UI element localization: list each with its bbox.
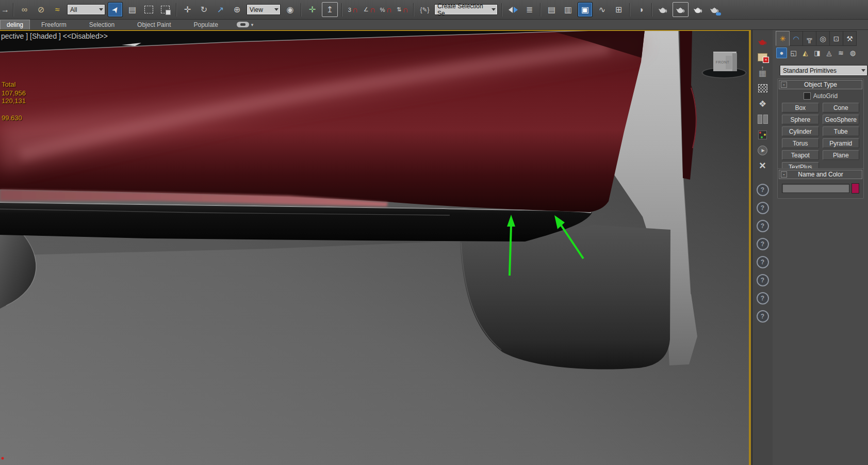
rectangular-selection-region-icon[interactable] [142, 3, 156, 17]
tab-utilities-icon[interactable]: ⚒ [843, 31, 857, 46]
keyboard-shortcut-override-icon[interactable]: ↥ [322, 2, 338, 17]
layers-move-icon[interactable]: ❖ [755, 96, 771, 111]
help-icon[interactable]: ? [757, 202, 769, 214]
viewport-label[interactable]: pective ] [Shaded ] <<Disabled>> [1, 32, 108, 40]
window-crossing-toggle-icon[interactable] [158, 3, 172, 17]
help-icon[interactable]: ? [757, 238, 769, 250]
cylinder-button[interactable]: Cylinder [782, 126, 819, 136]
toggle-ribbon-icon[interactable]: ▣ [578, 2, 593, 17]
ribbon-tab-freeform[interactable]: Freeform [30, 20, 78, 29]
help-icon[interactable]: ? [757, 256, 769, 268]
schematic-view-icon[interactable]: ⊞ [612, 3, 626, 17]
unlink-selection-icon[interactable]: ⊘ [34, 3, 48, 17]
delete-box-icon[interactable]: × [755, 50, 771, 65]
toggle-scene-explorer-icon[interactable]: ▤ [545, 3, 559, 17]
select-and-move-icon[interactable]: ✛ [181, 3, 194, 17]
checker-region-icon[interactable] [755, 81, 771, 96]
close-x-icon[interactable]: × [755, 158, 771, 173]
snaps-toggle-3d-icon[interactable]: 3∩ [346, 3, 360, 17]
render-teapot-icon[interactable] [755, 34, 771, 50]
rollout-title: Name and Color [798, 171, 843, 178]
category-systems-icon[interactable]: ◍ [847, 47, 858, 58]
ribbon-tab-modeling[interactable]: deling [0, 20, 30, 29]
use-pivot-point-center-icon[interactable]: ◉ [283, 3, 297, 17]
name-color-rollout-header[interactable]: - Name and Color [779, 170, 862, 179]
ribbon-tab-populate[interactable]: Populate [182, 20, 229, 29]
geosphere-button[interactable]: GeoSphere [823, 115, 860, 124]
render-in-cloud-icon[interactable] [708, 3, 722, 17]
tab-modify-icon[interactable]: ◠ [790, 31, 803, 46]
split-panels-icon[interactable] [755, 111, 771, 127]
category-helpers-icon[interactable]: ◬ [824, 47, 834, 58]
plane-button[interactable]: Plane [823, 150, 860, 160]
select-and-scale-icon[interactable]: ↗ [214, 3, 227, 17]
torus-button[interactable]: Torus [782, 138, 819, 148]
curve-editor-icon[interactable]: ∿ [595, 3, 609, 17]
select-and-link-icon[interactable]: ∞ [18, 3, 31, 17]
category-geometry-icon[interactable]: ● [776, 47, 787, 58]
toggle-layer-explorer-icon[interactable]: ▥ [561, 3, 575, 17]
mirror-icon[interactable] [506, 3, 520, 17]
percent-snap-toggle-icon[interactable]: %∩ [379, 3, 393, 17]
category-shapes-icon[interactable]: ◱ [788, 47, 799, 58]
autogrid-label: AutoGrid [813, 92, 838, 100]
material-editor-icon[interactable]: ◑ [634, 3, 648, 17]
autogrid-checkbox[interactable] [804, 92, 811, 100]
select-by-name-icon[interactable]: ▤ [125, 3, 139, 17]
tab-hierarchy-icon[interactable]: ╦ [803, 31, 816, 46]
category-spacewarps-icon[interactable]: ≋ [836, 47, 846, 58]
teapot-button[interactable]: Teapot [782, 150, 819, 160]
object-name-field[interactable] [782, 184, 849, 193]
named-selection-sets-dropdown[interactable]: Create Selection Se [434, 4, 498, 15]
primitive-buttons: Box Cone Sphere GeoSphere Cylinder Tube … [778, 102, 863, 176]
perspective-viewport[interactable]: FRONT [0, 30, 751, 465]
create-categories: ● ◱ ◭ ◨ ◬ ≋ ◍ [776, 47, 858, 58]
tab-create-icon[interactable]: ✳ [776, 31, 790, 46]
select-object-button[interactable]: ➤ [108, 2, 123, 17]
select-and-place-icon[interactable]: ⊕ [230, 3, 244, 17]
help-icon[interactable]: ? [757, 274, 769, 286]
rendered-frame-window-icon[interactable] [673, 2, 689, 17]
selection-filter-dropdown[interactable]: All [67, 4, 105, 15]
magnet-icon: ∩ [370, 5, 376, 14]
redo-icon[interactable]: → [1, 3, 9, 17]
primitive-category-dropdown[interactable]: Standard Primitives [780, 65, 867, 76]
category-cameras-icon[interactable]: ◨ [812, 47, 823, 58]
tube-button[interactable]: Tube [823, 126, 860, 136]
render-setup-icon[interactable] [656, 3, 670, 17]
align-icon[interactable]: ≣ [522, 3, 536, 17]
grid-up-arrow-icon[interactable]: ▦↑ [755, 65, 771, 81]
render-production-icon[interactable] [691, 3, 705, 17]
ribbon-tab-selection[interactable]: Selection [78, 20, 126, 29]
object-type-rollout-header[interactable]: - Object Type [779, 80, 862, 89]
cursor-icon: ➤ [109, 4, 121, 15]
chevron-down-icon [861, 69, 865, 72]
play-icon[interactable]: ▶ [755, 142, 771, 158]
select-and-rotate-icon[interactable]: ↻ [197, 3, 211, 17]
box-button[interactable]: Box [782, 103, 819, 113]
help-icon[interactable]: ? [757, 310, 769, 323]
bind-to-spacewarp-icon[interactable]: ≈ [51, 3, 64, 17]
cube-vertices-icon[interactable] [755, 127, 771, 142]
spinner-snap-toggle-icon[interactable]: ⇅∩ [396, 3, 410, 17]
ribbon-minimize-button[interactable]: ▾ [237, 20, 254, 29]
object-color-swatch[interactable] [851, 183, 859, 194]
help-icon[interactable]: ? [757, 292, 769, 304]
edit-named-selection-sets-icon[interactable]: {✎} [418, 3, 432, 17]
category-lights-icon[interactable]: ◭ [800, 47, 811, 58]
collapse-icon[interactable]: - [781, 82, 787, 88]
pyramid-button[interactable]: Pyramid [823, 138, 860, 148]
ribbon-tab-object-paint[interactable]: Object Paint [126, 20, 182, 29]
collapse-icon[interactable]: - [781, 171, 787, 178]
select-and-manipulate-icon[interactable]: ✛ [305, 3, 319, 17]
cone-button[interactable]: Cone [823, 103, 860, 113]
tab-display-icon[interactable]: ⊡ [830, 31, 843, 46]
chevron-down-icon [99, 8, 103, 11]
help-icon[interactable]: ? [757, 220, 769, 232]
reference-coordinate-dropdown[interactable]: View [247, 4, 281, 15]
angle-snap-toggle-icon[interactable]: ∠∩ [363, 3, 376, 17]
tab-motion-icon[interactable]: ◎ [816, 31, 830, 46]
ribbon-tab-bar: deling Freeform Selection Object Paint P… [0, 20, 868, 30]
sphere-button[interactable]: Sphere [782, 115, 819, 124]
help-icon[interactable]: ? [757, 184, 769, 196]
